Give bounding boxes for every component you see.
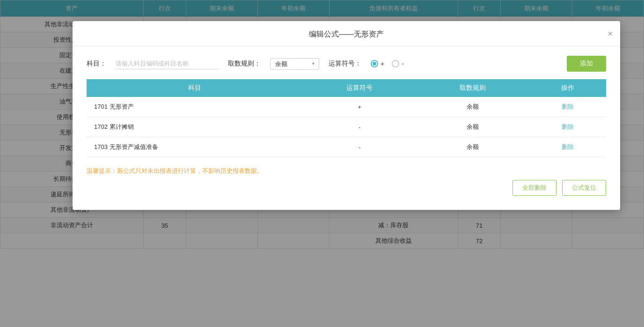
th-rule: 取数规则 (416, 79, 529, 97)
row1-operator: + (303, 97, 416, 117)
row2-operator: - (303, 117, 416, 137)
th-action: 操作 (529, 79, 606, 97)
modal-footer: 全部删除 公式复位 (73, 180, 620, 196)
radio-minus-circle (392, 60, 399, 67)
operator-radio-group: + - (371, 60, 404, 67)
row3-rule: 余额 (416, 137, 529, 157)
row2-action: 删除 (529, 117, 606, 137)
rule-label: 取数规则： (228, 59, 261, 68)
row1-delete-link[interactable]: 删除 (562, 103, 574, 110)
row1-rule: 余额 (416, 97, 529, 117)
table-row: 1703 无形资产减值准备 - 余额 删除 (87, 137, 606, 157)
rule-select-wrap: 余额 借方发生额 贷方发生额 (270, 58, 319, 70)
formula-form-row: 科目： 取数规则： 余额 借方发生额 贷方发生额 运算符号： + - 添加 (73, 46, 620, 79)
th-operator: 运算符号 (303, 79, 416, 97)
formula-table-wrap: 科目 运算符号 取数规则 操作 1701 无形资产 + 余额 删除 1702 累… (87, 79, 606, 157)
row1-action: 删除 (529, 97, 606, 117)
edit-formula-modal: 编辑公式——无形资产 × 科目： 取数规则： 余额 借方发生额 贷方发生额 运算… (73, 21, 620, 210)
modal-close-button[interactable]: × (607, 30, 613, 38)
warning-text: 温馨提示：新公式只对未出报表进行计算，不影响历史报表数据。 (73, 157, 620, 180)
modal-header: 编辑公式——无形资产 × (73, 21, 620, 46)
th-subject: 科目 (87, 79, 303, 97)
operator-label: 运算符号： (329, 59, 361, 68)
table-row: 1701 无形资产 + 余额 删除 (87, 97, 606, 117)
delete-all-button[interactable]: 全部删除 (512, 180, 556, 196)
radio-minus-label: - (402, 60, 404, 67)
rule-select[interactable]: 余额 借方发生额 贷方发生额 (270, 58, 319, 70)
modal-title: 编辑公式——无形资产 (309, 30, 384, 39)
table-header-row: 科目 运算符号 取数规则 操作 (87, 79, 606, 97)
row3-delete-link[interactable]: 删除 (562, 143, 574, 150)
radio-plus-circle (371, 60, 378, 67)
radio-plus-label: + (381, 60, 384, 67)
add-button[interactable]: 添加 (567, 56, 606, 72)
reset-formula-button[interactable]: 公式复位 (562, 180, 606, 196)
row3-subject: 1703 无形资产减值准备 (87, 137, 303, 157)
row2-delete-link[interactable]: 删除 (562, 123, 574, 130)
subject-label: 科目： (87, 59, 106, 68)
subject-input[interactable] (116, 58, 219, 69)
row2-subject: 1702 累计摊销 (87, 117, 303, 137)
row3-action: 删除 (529, 137, 606, 157)
formula-table: 科目 运算符号 取数规则 操作 1701 无形资产 + 余额 删除 1702 累… (87, 79, 606, 157)
table-row: 1702 累计摊销 - 余额 删除 (87, 117, 606, 137)
radio-plus[interactable]: + (371, 60, 384, 67)
row3-operator: - (303, 137, 416, 157)
row2-rule: 余额 (416, 117, 529, 137)
radio-minus[interactable]: - (392, 60, 404, 67)
row1-subject: 1701 无形资产 (87, 97, 303, 117)
